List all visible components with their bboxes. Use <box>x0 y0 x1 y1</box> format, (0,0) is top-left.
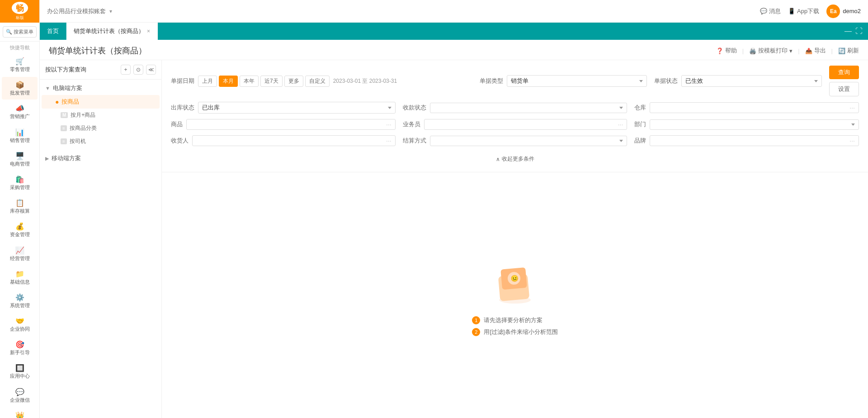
refresh-button[interactable]: 🔄 刷新 <box>838 47 859 55</box>
bill-type-select[interactable]: 销货单 <box>507 75 647 87</box>
goods-ellipsis-icon[interactable]: ··· <box>386 121 392 128</box>
goods-input[interactable]: ··· <box>186 119 396 130</box>
by-goods-icon: ● <box>55 98 59 105</box>
tab-minimize-button[interactable]: — <box>844 27 852 35</box>
warehouse-status-select[interactable]: 已出库 <box>198 102 396 114</box>
sidebar-item-purchase[interactable]: 🛍️ 采购管理 <box>2 171 38 194</box>
salesperson-value <box>428 121 430 128</box>
date-custom-btn[interactable]: 自定义 <box>305 76 330 87</box>
tab-sales-stat[interactable]: 销货单统计计表（按商品） × <box>66 23 158 40</box>
tip-2-num: 2 <box>472 328 480 336</box>
date-last-month-btn[interactable]: 上月 <box>198 76 217 87</box>
empty-state: 😐 1 请先选择要分析的方案 2 用[过滤]条件来缩小分析范围 <box>162 172 868 418</box>
tab-home[interactable]: 首页 <box>40 23 66 40</box>
date-last-7-days-btn[interactable]: 近7天 <box>260 76 283 87</box>
appcenter-icon: 🔲 <box>15 364 24 372</box>
dept-value <box>654 121 656 128</box>
finance-icon: 💰 <box>15 222 24 231</box>
sidebar-item-wholesale[interactable]: 📦 批发管理 <box>2 77 38 100</box>
sidebar-item-ecommerce[interactable]: 🖥️ 电商管理 <box>2 148 38 171</box>
tab-close-button[interactable]: × <box>147 28 150 34</box>
inventory-label: 库存核算 <box>10 208 30 214</box>
brand-value <box>654 138 656 144</box>
empty-tip-1: 1 请先选择要分析的方案 <box>472 316 557 324</box>
scheme-sub-item-month-goods[interactable]: M 按月+商品 <box>42 109 160 122</box>
sidebar-item-retail[interactable]: 🛒 零售管理 <box>2 53 38 76</box>
collapse-panel-button[interactable]: ≪ <box>146 65 156 75</box>
retail-label: 零售管理 <box>10 66 30 72</box>
page-header-actions: ❓ 帮助 | 🖨️ 按模板打印 ▾ | 📤 导出 | <box>716 47 859 55</box>
desktop-group-label: 电脑端方案 <box>53 84 82 92</box>
sales-stat-tab-label: 销货单统计计表（按商品） <box>74 27 144 35</box>
warehouse-ellipsis-icon[interactable]: ··· <box>849 104 855 111</box>
scheme-sub-item-goods-category[interactable]: ≡ 按商品分类 <box>42 122 160 135</box>
salesperson-input[interactable]: ··· <box>424 119 627 130</box>
scheme-sub-item-driver[interactable]: ≡ 按司机 <box>42 135 160 148</box>
dept-select[interactable] <box>650 119 859 130</box>
message-label: 消息 <box>769 7 781 15</box>
print-icon: 🖨️ <box>749 48 756 54</box>
goods-label: 商品 <box>171 120 183 128</box>
query-button[interactable]: 查询 <box>829 66 859 79</box>
search-menu-button[interactable]: 🔍 搜索菜单 <box>3 26 37 38</box>
sidebar-item-collab[interactable]: 🤝 企业协同 <box>2 313 38 336</box>
main-content: 办公用品行业模拟账套 ▾ 💬 消息 📱 App下载 Ea demo2 首页 <box>40 0 868 418</box>
ecommerce-icon: 🖥️ <box>15 152 24 160</box>
tab-maximize-button[interactable]: ⛶ <box>855 27 863 35</box>
payment-method-select[interactable] <box>430 136 627 146</box>
sidebar-item-finance[interactable]: 💰 资金管理 <box>2 218 38 241</box>
add-scheme-button[interactable]: + <box>121 65 131 75</box>
desktop-scheme-group-header[interactable]: ▼ 电脑端方案 <box>40 81 161 95</box>
export-button[interactable]: 📤 导出 <box>805 47 826 55</box>
mobile-group-expand-icon: ▶ <box>45 156 49 162</box>
newguide-label: 新手引导 <box>10 350 30 356</box>
date-this-month-btn[interactable]: 本月 <box>219 76 238 87</box>
mobile-scheme-group-header[interactable]: ▶ 移动端方案 <box>40 152 161 165</box>
date-more-btn[interactable]: 更多 <box>284 76 303 87</box>
receiver-input[interactable]: ··· <box>192 135 396 146</box>
bill-type-filter: 单据类型 销货单 <box>480 75 647 87</box>
sidebar-item-system[interactable]: ⚙️ 系统管理 <box>2 290 38 312</box>
brand-input[interactable]: ··· <box>650 135 859 146</box>
sidebar-item-marketing[interactable]: 📣 营销推广 <box>2 100 38 123</box>
warehouse-input[interactable]: ··· <box>650 102 859 113</box>
page-container: 销货单统计计表（按商品） ❓ 帮助 | 🖨️ 按模板打印 ▾ | 📤 <box>40 40 868 418</box>
search-icon: 🔍 <box>6 29 12 35</box>
sidebar-item-member[interactable]: 👑 畅会员 <box>2 408 38 418</box>
filter-row-4: 收货人 ··· 结算方式 <box>171 135 859 146</box>
receiver-ellipsis-icon[interactable]: ··· <box>386 137 392 144</box>
salesperson-ellipsis-icon[interactable]: ··· <box>618 121 623 128</box>
filter-row-1: 单据日期 上月 本月 本年 近7天 更多 自定义 2023-03-01 至 20… <box>171 66 859 96</box>
help-button[interactable]: ❓ 帮助 <box>716 47 737 55</box>
sidebar-item-newguide[interactable]: 🎯 新手引导 <box>2 337 38 359</box>
page-title: 销货单统计计表（按商品） <box>49 45 146 56</box>
left-panel-header: 按以下方案查询 + ⊙ ≪ <box>40 60 161 80</box>
message-button[interactable]: 💬 消息 <box>760 7 781 15</box>
brand-ellipsis-icon[interactable]: ··· <box>849 137 855 144</box>
print-button[interactable]: 🖨️ 按模板打印 ▾ <box>749 47 793 55</box>
settings-button[interactable]: 设置 <box>829 82 859 96</box>
bill-status-select[interactable]: 已生效 <box>681 75 822 87</box>
ecommerce-label: 电商管理 <box>10 161 30 167</box>
sidebar-item-sales[interactable]: 📊 销售管理 <box>2 124 38 147</box>
payment-status-select[interactable] <box>430 103 627 113</box>
collapse-filter-button[interactable]: ∧ 收起更多条件 <box>171 152 859 166</box>
scheme-settings-button[interactable]: ⊙ <box>133 65 143 75</box>
date-filter-label: 单据日期 <box>171 77 194 85</box>
sidebar-item-weixin[interactable]: 💬 企业微信 <box>2 384 38 407</box>
sidebar-item-appcenter[interactable]: 🔲 应用中心 <box>2 360 38 383</box>
sidebar-item-operations[interactable]: 📈 经营管理 <box>2 242 38 265</box>
refresh-icon: 🔄 <box>838 48 845 54</box>
receiver-label: 收货人 <box>171 137 189 145</box>
date-this-year-btn[interactable]: 本年 <box>240 76 259 87</box>
payment-status-value <box>434 104 436 111</box>
appcenter-label: 应用中心 <box>10 373 30 379</box>
scheme-item-by-goods[interactable]: ● 按商品 <box>42 95 160 109</box>
user-menu-button[interactable]: Ea demo2 <box>826 5 861 18</box>
sidebar-item-inventory[interactable]: 📋 库存核算 <box>2 195 38 218</box>
sidebar-item-base[interactable]: 📁 基础信息 <box>2 266 38 289</box>
system-label: 系统管理 <box>10 303 30 309</box>
export-label: 导出 <box>814 47 826 55</box>
app-download-button[interactable]: 📱 App下载 <box>788 7 819 15</box>
bill-type-arrow-icon <box>639 80 643 82</box>
